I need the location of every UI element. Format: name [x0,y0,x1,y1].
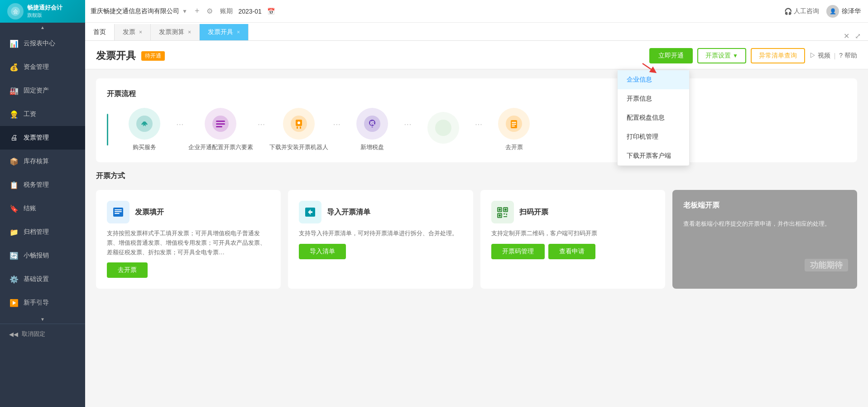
method-section-title: 开票方式 [96,171,857,181]
sidebar-item-jichu[interactable]: ⚙️ 基础设置 [0,267,85,291]
svg-rect-27 [115,211,122,212]
card-laoban-header: 老板端开票 [683,201,846,214]
help-icon[interactable]: ? 帮助 [839,52,857,60]
guding-icon: 🏭 [9,86,19,96]
card-scan-header: 扫码开票 [491,201,654,223]
method-card-fill: 发票填开 支持按照发票样式手工填开发票；可开具增值税电子普通发票、增值税普通发票… [96,190,281,289]
svg-text:+: + [371,125,374,129]
xinshou-icon: ▶️ [9,298,19,308]
gongzi-icon: 👷 [9,109,19,119]
top-bar: 会 畅捷通好会计 旗舰版 重庆畅捷交通信息咨询有限公司 ▼ + ⚙ 账期 202… [0,0,868,23]
expand-icon[interactable]: ⤢ [855,32,861,40]
scan-icon [491,201,514,223]
chevron-down-icon: ▼ [733,53,738,59]
sidebar-item-label: 工资 [24,110,36,118]
flow-step-3: 下载并安装开票机器人 [269,108,328,151]
sidebar-item-xinshou[interactable]: ▶️ 新手引导 [0,291,85,315]
scan-view-button[interactable]: 查看申请 [548,244,595,259]
flow-section-title: 开票流程 [107,89,846,99]
tab-close-icon[interactable]: × [188,29,191,35]
content-area: 发票开具 待开通 立即开通 开票设置 ▼ 异常清单查询 ▷ 视频 | ? 帮助 [85,41,868,407]
svg-rect-37 [506,213,507,215]
cancel-pin-button[interactable]: ◀◀ 取消固定 [0,324,85,344]
sidebar-scroll-up[interactable]: ▲ [0,23,85,32]
sidebar-item-label: 库存核算 [24,157,49,165]
dropdown-item-printer[interactable]: 打印机管理 [618,127,689,146]
sidebar-item-zijin[interactable]: 💰 资金管理 [0,55,85,79]
svg-line-3 [643,63,654,71]
svg-point-12 [297,121,300,124]
svg-rect-23 [512,124,516,125]
fapiao-icon: 🖨 [9,133,19,143]
sidebar-item-fapiao[interactable]: 🖨 发票管理 [0,126,85,150]
svg-rect-8 [216,123,225,125]
sidebar-item-label: 归档管理 [24,228,49,236]
sidebar-item-label: 云报表中心 [24,39,55,48]
period-label: 账期 [220,7,233,15]
method-section: 开票方式 发票填开 支持按照发票样式手工填开发票；可开具增 [96,171,857,289]
close-window-icon[interactable]: ✕ [844,32,849,40]
chevron-down-icon: ▼ [182,8,187,15]
kucun-icon: 📦 [9,156,19,166]
header-actions: 立即开通 开票设置 ▼ 异常清单查询 ▷ 视频 | ? 帮助 [649,48,857,63]
yunbao-icon: 📊 [9,39,19,48]
sidebar-item-gongzi[interactable]: 👷 工资 [0,102,85,126]
svg-rect-26 [115,209,122,210]
step4-label: 新增税盘 [360,143,384,151]
laoban-badge: 功能期待 [805,260,848,271]
svg-rect-9 [216,126,222,127]
card-fill-header: 发票填开 [107,201,270,223]
svg-rect-13 [297,126,298,129]
settings-icon[interactable]: ⚙ [206,7,213,15]
card-import-header: 导入开票清单 [299,201,462,223]
sidebar-item-jiezhang[interactable]: 🔖 结账 [0,197,85,220]
sidebar-item-label: 基础设置 [24,275,49,283]
sidebar-item-yunbao[interactable]: 📊 云报表中心 [0,32,85,55]
tab-fapiao-cesuan[interactable]: 发票测算 × [151,24,200,40]
method-card-import: 导入开票清单 支持导入待开票清单，可对待开票清单进行拆分、合并处理。 导入清单 [288,190,473,289]
tab-label: 首页 [93,28,106,36]
step1-icon [129,108,160,140]
sidebar-item-guidang[interactable]: 📁 归档管理 [0,220,85,244]
sidebar-item-xiaochang[interactable]: 🔄 小畅报销 [0,244,85,267]
step6-icon [498,108,530,140]
flow-arrow-4: ··· [404,119,412,141]
scan-manage-button[interactable]: 开票码管理 [491,244,545,259]
jiezhang-icon: 🔖 [9,204,19,213]
user-info[interactable]: 👤 徐泽华 [826,5,861,18]
import-button[interactable]: 导入清单 [299,244,346,259]
help-label: 帮助 [844,52,857,59]
consult-button[interactable]: 🎧 人工咨询 [784,7,819,15]
import-btn-area: 导入清单 [299,244,346,259]
sidebar-scroll-down[interactable]: ▼ [0,315,85,324]
svg-rect-36 [504,213,505,214]
video-icon[interactable]: ▷ 视频 [810,52,830,60]
fill-icon [107,201,129,223]
svg-rect-24 [512,126,515,126]
sidebar-item-guding[interactable]: 🏭 固定资产 [0,79,85,102]
scan-desc: 支持定制开票二维码，客户端可扫码开票 [491,229,654,238]
dropdown-item-tax-disk[interactable]: 配置税盘信息 [618,108,689,127]
tab-home[interactable]: 首页 [85,24,115,40]
exception-button[interactable]: 异常清单查询 [751,48,805,63]
dropdown-item-download[interactable]: 下载开票客户端 [618,146,689,165]
flow-step-4: 税+ 新增税盘 [345,108,399,151]
settings-label: 开票设置 [705,52,731,60]
add-tab-button[interactable]: + [193,6,201,16]
step4-icon: 税+ [356,108,388,140]
dropdown-item-invoice-info[interactable]: 开票信息 [618,89,689,108]
sidebar-item-kucun[interactable]: 📦 库存核算 [0,150,85,173]
step1-label: 购买服务 [133,143,156,151]
tab-fapiao[interactable]: 发票 × [115,24,151,40]
sidebar-item-shuiwu[interactable]: 📋 税务管理 [0,173,85,197]
top-bar-right: 🎧 人工咨询 👤 徐泽华 [784,5,861,18]
tab-close-icon[interactable]: × [139,29,142,35]
company-selector[interactable]: 重庆畅捷交通信息咨询有限公司 ▼ [91,7,187,15]
tab-fapiao-kaiju[interactable]: 发票开具 × [200,24,249,40]
fill-go-button[interactable]: 去开票 [107,262,148,278]
calendar-icon[interactable]: 📅 [267,8,275,15]
tab-close-icon[interactable]: × [237,29,240,35]
laoban-badge-text: 功能期待 [805,259,848,271]
settings-button[interactable]: 开票设置 ▼ [697,48,746,63]
flow-steps: 购买服务 ··· 企业开通配置开票六要素 ··· [107,108,846,151]
